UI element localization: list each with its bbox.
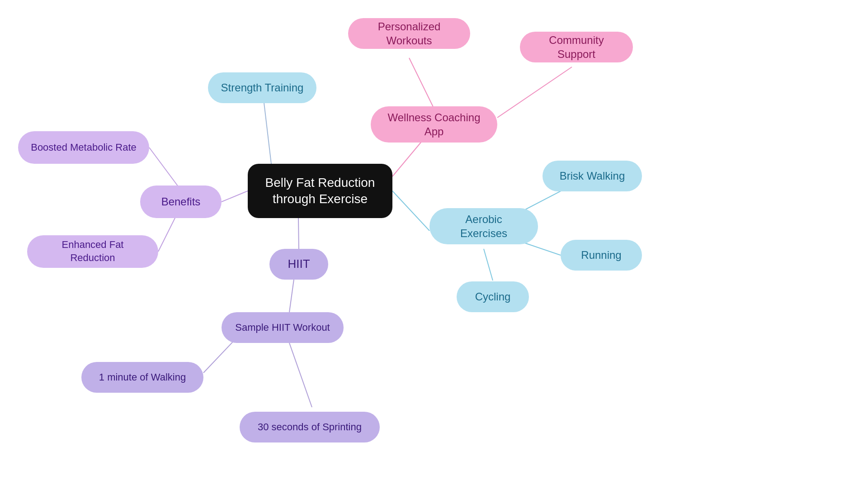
svg-line-0	[222, 191, 248, 202]
center-node: Belly Fat Reduction through Exercise	[248, 164, 392, 218]
aerobic-exercises-node: Aerobic Exercises	[429, 208, 538, 244]
personalized-workouts-node: Personalized Workouts	[348, 18, 470, 49]
running-node: Running	[561, 240, 642, 271]
svg-line-5	[289, 280, 294, 312]
benefits-node: Benefits	[140, 186, 222, 218]
svg-line-14	[484, 249, 493, 281]
community-support-node: Community Support	[520, 32, 633, 62]
svg-line-1	[149, 147, 181, 190]
sample-hiit-node: Sample HIIT Workout	[222, 312, 344, 343]
svg-line-9	[409, 58, 434, 109]
wellness-app-node: Wellness Coaching App	[371, 106, 497, 143]
svg-line-4	[298, 218, 299, 249]
enhanced-fat-node: Enhanced Fat Reduction	[27, 235, 158, 268]
sprinting-node: 30 seconds of Sprinting	[240, 412, 380, 442]
svg-line-11	[392, 191, 429, 231]
svg-line-10	[497, 67, 572, 118]
brisk-walking-node: Brisk Walking	[542, 161, 642, 191]
walking-node: 1 minute of Walking	[81, 362, 203, 393]
strength-training-node: Strength Training	[208, 72, 316, 103]
hiit-node: HIIT	[269, 249, 328, 280]
boosted-metabolic-node: Boosted Metabolic Rate	[18, 131, 149, 164]
cycling-node: Cycling	[457, 281, 529, 312]
svg-line-7	[289, 343, 312, 407]
